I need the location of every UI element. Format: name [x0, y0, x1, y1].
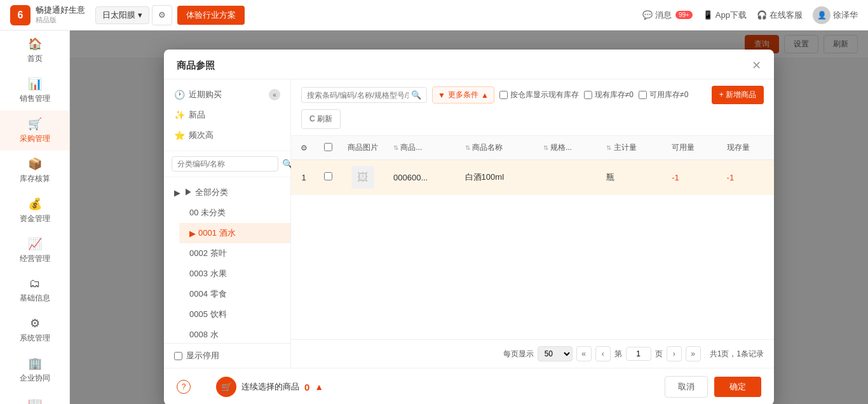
existing-stock-checkbox[interactable]	[584, 91, 592, 99]
user-item[interactable]: 👤 徐泽华	[813, 6, 858, 24]
help-icon-btn[interactable]: ?	[177, 380, 191, 394]
category-tree: ▶ ▶ 全部分类 00 未分类 ▶ 0001 酒水	[164, 177, 290, 343]
existing-stock-checkbox-label[interactable]: 现有库存≠0	[584, 90, 634, 100]
page-last-btn[interactable]: »	[686, 346, 701, 361]
category-all[interactable]: ▶ ▶ 全部分类	[164, 182, 290, 203]
modal-footer: ? 🛒 连续选择的商品 0 ▲ 取消 确定	[164, 368, 774, 404]
product-search-icon[interactable]: 🔍	[411, 90, 421, 100]
sidebar: 🏠 首页 📊 销售管理 🛒 采购管理 📦 库存核算 💰 资金管理 📈 经营管理 …	[0, 30, 70, 404]
refresh-product-btn[interactable]: C 刷新	[301, 109, 341, 129]
per-page-select[interactable]: 50 20 100	[538, 346, 573, 361]
home-icon: 🏠	[28, 37, 42, 51]
page-prev-btn[interactable]: ‹	[595, 346, 611, 361]
col-header-name: ⇅ 商品名称	[458, 136, 536, 160]
warehouse-display-checkbox-label[interactable]: 按仓库显示现有库存	[499, 90, 579, 100]
company-selector[interactable]: 日太阳膜 ▾	[95, 6, 149, 24]
main-layout: 🏠 首页 📊 销售管理 🛒 采购管理 📦 库存核算 💰 资金管理 📈 经营管理 …	[0, 30, 868, 404]
filter-more-btn[interactable]: ▼ 更多条件 ▲	[432, 86, 494, 104]
page-label: 第	[614, 349, 622, 360]
display-disabled-checkbox[interactable]	[174, 352, 182, 360]
category-0002[interactable]: 0002 茶叶	[179, 243, 290, 264]
row-available: -1	[664, 160, 719, 195]
collapse-cart-icon[interactable]: ▲	[315, 382, 323, 392]
product-search-input[interactable]	[307, 91, 409, 100]
cart-text-label: 连续选择的商品	[241, 381, 299, 393]
modal-close-button[interactable]: ✕	[752, 58, 761, 72]
category-0005[interactable]: 0005 饮料	[179, 304, 290, 325]
row-code: 000600...	[386, 160, 458, 195]
app-download-item[interactable]: 📱 App下载	[703, 10, 747, 21]
quick-link-new[interactable]: ✨ 新品	[164, 105, 290, 125]
sidebar-item-base[interactable]: 🗂 基础信息	[0, 271, 69, 310]
page-number-input[interactable]	[626, 347, 651, 361]
add-product-btn[interactable]: + 新增商品	[712, 86, 764, 104]
sidebar-item-inventory[interactable]: 📦 库存核算	[0, 151, 69, 191]
brand-edition: 精品版	[36, 15, 85, 25]
modal-title: 商品参照	[177, 60, 215, 72]
row-stock: -1	[719, 160, 774, 195]
filter-icon: ▼	[438, 91, 445, 100]
new-icon: ✨	[174, 110, 185, 120]
sort-unit-icon: ⇅	[606, 144, 611, 151]
category-0001[interactable]: ▶ 0001 酒水	[179, 223, 290, 243]
chevron-up-icon: ▲	[481, 91, 489, 100]
category-0004[interactable]: 0004 零食	[179, 284, 290, 304]
sidebar-item-purchase[interactable]: 🛒 采购管理	[0, 111, 69, 151]
sort-code-icon: ⇅	[393, 144, 398, 151]
expand-arrow-icon: ▶	[174, 188, 180, 198]
category-0003[interactable]: 0003 水果	[179, 264, 290, 284]
settings-icon-btn[interactable]: ⚙	[152, 5, 172, 25]
sidebar-item-corp[interactable]: 🏢 企业协同	[0, 350, 69, 390]
warehouse-display-checkbox[interactable]	[499, 91, 508, 99]
trial-btn[interactable]: 体验行业方案	[177, 6, 245, 25]
product-panel: 🔍 ▼ 更多条件 ▲ 按仓库显示现有库存	[291, 79, 774, 368]
category-00[interactable]: 00 未分类	[179, 203, 290, 223]
cart-count: 0	[304, 382, 309, 393]
category-search-input[interactable]	[172, 156, 278, 172]
col-header-img: 商品图片	[340, 136, 386, 160]
sidebar-item-system[interactable]: ⚙ 系统管理	[0, 310, 69, 350]
avatar: 👤	[813, 6, 831, 24]
notification-item[interactable]: 💬 消息 99+	[642, 10, 693, 21]
active-arrow-icon: ▶	[189, 229, 196, 238]
star-icon: ⭐	[174, 130, 185, 140]
page-first-btn[interactable]: «	[576, 346, 592, 361]
table-header-row: ⚙ 商品图片	[291, 136, 774, 160]
modal-header: 商品参照 ✕	[164, 50, 774, 79]
product-table: ⚙ 商品图片	[291, 136, 774, 195]
row-checkbox[interactable]	[324, 172, 332, 180]
sales-icon: 📊	[28, 77, 42, 91]
row-name: 白酒100ml	[458, 160, 536, 195]
select-all-checkbox[interactable]	[324, 143, 332, 151]
phone-icon: 📱	[703, 10, 713, 20]
notification-badge: 99+	[675, 11, 693, 19]
display-disabled-area: 显示停用	[164, 343, 290, 368]
sidebar-item-finance[interactable]: 💰 资金管理	[0, 191, 69, 231]
available-stock-checkbox-label[interactable]: 可用库存≠0	[639, 90, 688, 100]
available-stock-checkbox[interactable]	[639, 91, 647, 99]
sidebar-item-guide[interactable]: 📖 新手引导	[0, 390, 69, 404]
corp-icon: 🏢	[28, 356, 42, 370]
table-row[interactable]: 1 🖼 000600...	[291, 160, 774, 195]
cart-icon-btn[interactable]: 🛒	[216, 377, 236, 397]
category-0008[interactable]: 0008 水	[179, 325, 290, 343]
sidebar-item-home[interactable]: 🏠 首页	[0, 30, 69, 71]
quick-link-recent[interactable]: 🕐 近期购买 «	[164, 84, 290, 105]
cancel-btn[interactable]: 取消	[665, 376, 708, 398]
confirm-btn[interactable]: 确定	[714, 377, 761, 397]
row-checkbox-cell	[316, 160, 340, 195]
sidebar-item-sales[interactable]: 📊 销售管理	[0, 71, 69, 111]
nav-right: 💬 消息 99+ 📱 App下载 🎧 在线客服 👤 徐泽华	[642, 6, 858, 24]
product-toolbar: 🔍 ▼ 更多条件 ▲ 按仓库显示现有库存	[291, 79, 774, 136]
page-next-btn[interactable]: ›	[667, 346, 682, 361]
total-info: 共1页，1条记录	[710, 349, 764, 360]
quick-links: 🕐 近期购买 « ✨ 新品 ⭐ 频次高	[164, 79, 290, 151]
sidebar-item-ops[interactable]: 📈 经营管理	[0, 231, 69, 271]
quick-link-frequent[interactable]: ⭐ 频次高	[164, 125, 290, 145]
online-service-item[interactable]: 🎧 在线客服	[757, 10, 803, 21]
category-sub-tree: 00 未分类 ▶ 0001 酒水 0002 茶叶	[164, 203, 290, 343]
modal-body: 🕐 近期购买 « ✨ 新品 ⭐ 频次高	[164, 79, 774, 368]
collapse-btn[interactable]: «	[269, 89, 280, 100]
modal-overlay: 商品参照 ✕ 🕐 近期购买 «	[70, 30, 868, 404]
col-settings-icon[interactable]: ⚙	[301, 144, 308, 152]
